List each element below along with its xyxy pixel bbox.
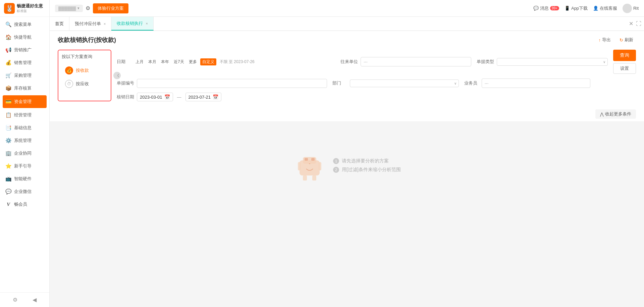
- counterpart-dots-icon: ···: [361, 57, 370, 66]
- sidebar-item-search[interactable]: 🔍 搜索菜单: [0, 18, 49, 31]
- purchase-icon: 🛒: [5, 72, 11, 79]
- counterpart-select[interactable]: ···: [361, 57, 472, 66]
- sidebar-item-label: 经营管理: [14, 112, 32, 118]
- topbar-right: 💬 消息 99+ 📱 App下载 👤 在线客服 Rit: [533, 4, 639, 13]
- filter-left-panel: 按以下方案查询 💰 按收款 ⏱ 按应收: [58, 50, 111, 101]
- sidebar-item-inventory[interactable]: 📦 库存核算: [0, 82, 49, 95]
- date-range-separator: —: [176, 95, 183, 100]
- tab-prepay-close[interactable]: ×: [104, 22, 106, 26]
- search-icon: 🔍: [5, 21, 11, 28]
- smart-icon: 📺: [5, 176, 11, 182]
- date-shortcut-this-year[interactable]: 本年: [160, 58, 170, 65]
- online-service-item[interactable]: 👤 在线客服: [593, 5, 617, 11]
- main-content: ▓▓▓▓▓▓ ▾ ⚙ 体验行业方案 💬 消息 99+ 📱 App下载 👤 在线客…: [50, 0, 644, 307]
- topbar-account[interactable]: ▓▓▓▓▓▓ ▾: [55, 5, 83, 12]
- sidebar-item-label: 营销推广: [14, 47, 32, 53]
- writeoff-end-date-text: 2023-07-21: [189, 95, 211, 100]
- filter-right-form: 日期 上月 本月 本年 近7天 更多 自定义 不限 至 2023-07-26 往…: [117, 50, 636, 101]
- sidebar-item-label: 企业协同: [14, 150, 32, 156]
- gear-icon[interactable]: ⚙: [86, 5, 90, 11]
- sidebar-item-member[interactable]: V 畅会员: [0, 198, 49, 211]
- account-dropdown-icon: ▾: [77, 6, 79, 10]
- tip-num-1: 1: [333, 158, 339, 164]
- system-icon: ⚙️: [5, 138, 11, 144]
- sidebar-item-quick-nav[interactable]: 🏠 快捷导航: [0, 31, 49, 44]
- sidebar-item-marketing[interactable]: 📢 营销推广: [0, 44, 49, 56]
- voucher-type-arrow: ∨: [601, 58, 607, 65]
- sidebar-item-label: 系统管理: [14, 138, 32, 144]
- date-shortcut-7days[interactable]: 近7天: [172, 58, 185, 65]
- sidebar-item-label: 库存核算: [14, 85, 32, 91]
- dept-select[interactable]: ∨: [350, 80, 459, 87]
- sidebar-item-label: 快捷导航: [14, 34, 32, 40]
- svg-rect-3: [311, 158, 315, 161]
- action-buttons: 查询 设置: [613, 50, 636, 74]
- empty-illustration: [293, 149, 326, 182]
- tab-prepay[interactable]: 预付冲应付单 ×: [69, 17, 111, 31]
- export-icon: ↑: [599, 38, 601, 43]
- business-icon: 📋: [5, 112, 11, 118]
- svg-rect-6: [319, 162, 321, 170]
- topbar-left: ▓▓▓▓▓▓ ▾ ⚙ 体验行业方案: [55, 3, 529, 13]
- collapse-more-button[interactable]: ⋀ 收起更多条件: [595, 109, 636, 119]
- solution-button[interactable]: 体验行业方案: [93, 3, 128, 13]
- staff-label: 业务员: [464, 80, 479, 86]
- date-shortcut-custom[interactable]: 自定义: [200, 58, 216, 65]
- user-info[interactable]: Rit: [623, 4, 639, 13]
- export-button[interactable]: ↑ 导出: [596, 36, 614, 44]
- panel-collapse-button[interactable]: 《: [113, 72, 121, 79]
- date-shortcut-more[interactable]: 更多: [187, 58, 198, 65]
- tip-text-2: 用[过滤]条件来缩小分析范围: [342, 167, 401, 173]
- topbar: ▓▓▓▓▓▓ ▾ ⚙ 体验行业方案 💬 消息 99+ 📱 App下载 👤 在线客…: [50, 0, 644, 17]
- filter-row-3: 核销日期 2023-03-01 📅 — 2023-07-21 📅: [117, 93, 636, 101]
- sidebar-item-label: 基础信息: [14, 125, 32, 131]
- sidebar-item-wechat[interactable]: 💬 企业微信: [0, 185, 49, 198]
- svg-rect-2: [305, 158, 308, 161]
- sidebar-item-label: 销售管理: [14, 60, 32, 66]
- filter-option-by-receipt[interactable]: 💰 按收款: [62, 64, 107, 77]
- sidebar-item-guide[interactable]: ⭐ 新手引导: [0, 160, 49, 172]
- expand-window-icon[interactable]: ⛶: [636, 21, 641, 27]
- sidebar-item-smart[interactable]: 📺 智能硬件: [0, 172, 49, 185]
- tab-collection[interactable]: 收款核销执行 ×: [111, 17, 153, 31]
- tab-prepay-label: 预付冲应付单: [75, 21, 101, 27]
- writeoff-start-date-text: 2023-03-01: [140, 95, 162, 100]
- messages-item[interactable]: 💬 消息 99+: [533, 5, 559, 11]
- logo-text: 畅捷通好生意 标准版: [17, 3, 43, 13]
- inventory-icon: 📦: [5, 85, 11, 91]
- page-content: 收款核销执行(按收款) ↑ 导出 ↻ 刷新 按以下方案查询 💰: [50, 31, 644, 307]
- empty-tip-2: 2 用[过滤]条件来缩小分析范围: [333, 167, 401, 173]
- sidebar-item-label: 资金管理: [14, 99, 32, 105]
- sidebar-item-enterprise[interactable]: 🏢 企业协同: [0, 147, 49, 160]
- date-shortcut-last-month[interactable]: 上月: [134, 58, 145, 65]
- tab-home[interactable]: 首页: [50, 17, 69, 31]
- app-download-item[interactable]: 📱 App下载: [565, 5, 588, 11]
- sidebar-item-sales[interactable]: 💰 销售管理: [0, 56, 49, 69]
- close-window-icon[interactable]: ✕: [629, 20, 633, 27]
- tip-text-1: 请先选择要分析的方案: [342, 158, 389, 164]
- sidebar-item-basic[interactable]: 📑 基础信息: [0, 121, 49, 134]
- settings-bottom-icon[interactable]: ⚙: [13, 297, 17, 303]
- voucher-no-input[interactable]: [137, 79, 327, 88]
- sidebar-item-label: 新手引导: [14, 163, 32, 169]
- writeoff-date-end-picker[interactable]: 2023-07-21 📅: [185, 93, 222, 101]
- staff-select[interactable]: ···: [482, 79, 590, 88]
- sidebar-item-business[interactable]: 📋 经营管理: [0, 109, 49, 121]
- date-shortcut-this-month[interactable]: 本月: [147, 58, 158, 65]
- refresh-button[interactable]: ↻ 刷新: [617, 36, 636, 44]
- logo-badge: 标准版: [17, 9, 43, 13]
- messages-label: 消息: [540, 5, 549, 11]
- settings-button[interactable]: 设置: [613, 63, 636, 74]
- calendar-start-icon: 📅: [164, 94, 170, 100]
- collapse-sidebar-icon[interactable]: ◀: [33, 297, 37, 303]
- tab-collection-close[interactable]: ×: [146, 21, 148, 25]
- voucher-type-placeholder: [497, 60, 601, 63]
- sidebar-item-label: 企业微信: [14, 189, 32, 195]
- sidebar-item-finance[interactable]: 💳 资金管理: [3, 95, 47, 108]
- filter-option-by-receivable[interactable]: ⏱ 按应收: [62, 77, 107, 91]
- voucher-type-select[interactable]: ∨: [497, 58, 608, 66]
- query-button[interactable]: 查询: [613, 50, 636, 61]
- sidebar-item-system[interactable]: ⚙️ 系统管理: [0, 134, 49, 147]
- writeoff-date-start-picker[interactable]: 2023-03-01 📅: [137, 93, 173, 101]
- sidebar-item-purchase[interactable]: 🛒 采购管理: [0, 69, 49, 82]
